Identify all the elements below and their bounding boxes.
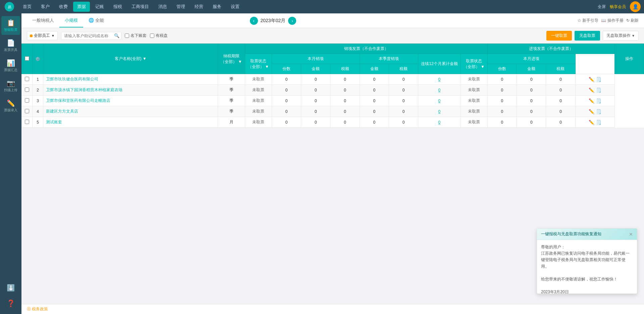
row-customer-4[interactable]: 测试账套 [43, 117, 218, 128]
row-customer-1[interactable]: 卫辉市汲水镇下园涧香稻营木种植家庭农场 [43, 85, 218, 96]
nav-item-管理[interactable]: 管理 [172, 2, 189, 12]
sidebar-label-4: 票据录入 [4, 108, 17, 113]
member-btn[interactable]: 畅享会员 [610, 4, 626, 10]
detail-icon-4[interactable]: 🗒️ [596, 120, 601, 125]
row-checkbox-3[interactable] [22, 106, 33, 117]
has-disk-checkbox[interactable] [150, 34, 154, 38]
edit-icon-2[interactable]: ✏️ [589, 98, 594, 104]
sidebar-item-0[interactable]: 📋智能取票 [1, 16, 20, 35]
row-purchase-status-4: 未取票 [461, 117, 487, 128]
tab-1[interactable]: 小规模 [59, 14, 83, 27]
row-customer-2[interactable]: 卫辉市保和堂医药有限公司走幢路店 [43, 96, 218, 106]
row-customer-0[interactable]: 卫辉市玖玖健合医药有限公司 [43, 74, 218, 85]
tab-action-0[interactable]: ☆ 新手引导 [577, 18, 598, 23]
sidebar-label-1: 发票开具 [4, 48, 17, 52]
edit-icon-0[interactable]: ✏️ [589, 77, 594, 82]
nav-item-设置[interactable]: 设置 [227, 2, 244, 12]
nav-item-记账[interactable]: 记账 [91, 2, 108, 12]
one-click-btn[interactable]: 一键取票 [546, 31, 572, 41]
th-purchase-m-amount: 金额 [517, 64, 546, 74]
row-sales-q-amount-3: 0 [360, 106, 389, 117]
named-accounts-checkbox[interactable] [125, 34, 129, 38]
sidebar-item-1[interactable]: 📄发票开具 [1, 36, 20, 55]
row-sales-status-0: 未取票 [245, 74, 272, 85]
detail-icon-2[interactable]: 🗒️ [596, 98, 601, 104]
next-period-btn[interactable]: › [288, 17, 296, 25]
edit-icon-4[interactable]: ✏️ [589, 120, 594, 125]
detail-icon-3[interactable]: 🗒️ [596, 109, 601, 114]
row-sales-q-amount-2: 0 [360, 96, 389, 106]
row-checkbox-1[interactable] [22, 85, 33, 96]
sidebar-bottom-item-1[interactable]: ❓ [1, 297, 20, 311]
nav-item-客户[interactable]: 客户 [37, 2, 54, 12]
sidebar-icon-1: 📄 [7, 39, 15, 47]
row-sales-12m-4[interactable]: 0 [418, 117, 461, 128]
th-purchase-month: 本月进项 [487, 54, 575, 64]
nav-item-票据[interactable]: 票据 [73, 2, 90, 12]
sidebar-icon-0: 📋 [7, 19, 15, 27]
search-input[interactable] [61, 32, 121, 40]
row-checkbox-0[interactable] [22, 74, 33, 85]
tax-policy-link[interactable]: ⓪ 税务政策 [27, 306, 48, 312]
row-sales-m-amount-0: 0 [301, 74, 330, 85]
row-tax-period-1: 季 [218, 85, 245, 96]
row-customer-3[interactable]: 新建区方方文具店 [43, 106, 218, 117]
tab-2[interactable]: 🌐 全能 [83, 14, 109, 27]
fullscreen-btn[interactable]: 全屏 [598, 4, 606, 10]
row-purchase-status-1: 未取票 [461, 85, 487, 96]
row-sales-12m-0[interactable]: 0 [418, 74, 461, 85]
detail-icon-0[interactable]: 🗒️ [596, 77, 601, 82]
edit-icon-1[interactable]: ✏️ [589, 87, 594, 93]
nav-item-工商项目[interactable]: 工商项目 [127, 2, 153, 12]
nav-item-报税[interactable]: 报税 [109, 2, 126, 12]
nav-item-消息[interactable]: 消息 [154, 2, 171, 12]
sidebar-item-2[interactable]: 📊票据汇总 [1, 56, 20, 75]
row-actions-4: ✏️ 🗒️ [575, 117, 614, 128]
tab-0[interactable]: 一般纳税人 [27, 14, 59, 27]
no-disk-btn[interactable]: 无盘取票 [575, 31, 600, 41]
row-checkbox-2[interactable] [22, 96, 33, 106]
user-avatar[interactable]: 👤 [630, 1, 641, 12]
nav-item-首页[interactable]: 首页 [19, 2, 36, 12]
row-sales-status-2: 未取票 [245, 96, 272, 106]
nav-item-收费[interactable]: 收费 [55, 2, 72, 12]
row-sales-m-count-3: 0 [272, 106, 301, 117]
employee-filter[interactable]: 全部员工 ▼ [27, 31, 58, 40]
nav-item-服务[interactable]: 服务 [209, 2, 225, 12]
row-actions-0: ✏️ 🗒️ [575, 74, 614, 85]
sidebar-bottom-icon-1: ❓ [7, 299, 15, 307]
row-sales-m-count-1: 0 [272, 85, 301, 96]
prev-period-btn[interactable]: ‹ [250, 17, 258, 25]
tab-action-1[interactable]: 📖 操作手册 [601, 18, 623, 23]
checkbox-has-disk[interactable]: 有税盘 [150, 33, 168, 39]
row-purchase-status-3: 未取票 [461, 106, 487, 117]
row-checkbox-4[interactable] [22, 117, 33, 128]
edit-icon-3[interactable]: ✏️ [589, 109, 594, 114]
filter-actions: 一键取票 无盘取票 无盘取票操作 ▼ [546, 31, 639, 41]
sidebar-item-4[interactable]: ✏️票据录入 [1, 97, 20, 115]
sidebar-label-0: 智能取票 [4, 27, 17, 32]
select-all-checkbox[interactable] [25, 56, 29, 61]
row-sales-q-tax-1: 0 [389, 85, 418, 96]
sidebar-item-3[interactable]: 📷扫描上传 [1, 76, 20, 95]
search-wrapper: 🔍 [61, 32, 121, 40]
row-sales-m-amount-4: 0 [301, 117, 330, 128]
notification-close-btn[interactable]: ✕ [629, 232, 633, 237]
sidebar-icon-4: ✏️ [7, 99, 15, 107]
no-disk-ops-btn[interactable]: 无盘取票操作 ▼ [603, 31, 639, 41]
nav-item-经营[interactable]: 经营 [191, 2, 207, 12]
th-customer: 客户名称(全部) ▼ [43, 44, 218, 74]
row-sales-12m-3[interactable]: 0 [418, 106, 461, 117]
named-accounts-label: 名下账套 [130, 33, 147, 39]
app-logo: 易 [3, 1, 15, 13]
detail-icon-1[interactable]: 🗒️ [596, 87, 601, 93]
checkbox-named-accounts[interactable]: 名下账套 [125, 33, 147, 39]
row-sales-12m-2[interactable]: 0 [418, 96, 461, 106]
row-purchase-m-count-2: 0 [487, 96, 517, 106]
row-sales-m-amount-2: 0 [301, 96, 330, 106]
row-sales-12m-1[interactable]: 0 [418, 85, 461, 96]
sidebar-bottom-item-0[interactable]: ⬇️ [1, 281, 20, 295]
tab-action-2[interactable]: ↻ 刷新 [626, 18, 639, 23]
th-sales-m-amount: 金额 [301, 64, 330, 74]
row-tax-period-0: 季 [218, 74, 245, 85]
